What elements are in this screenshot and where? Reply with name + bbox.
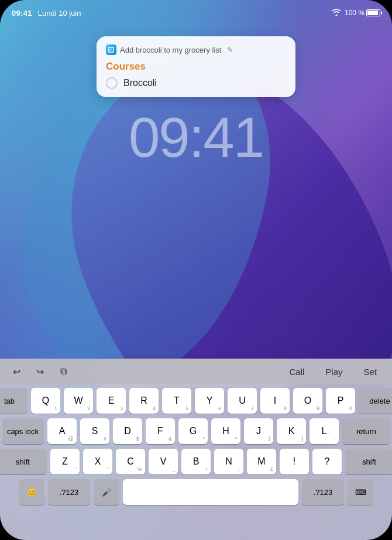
play-button[interactable]: Play	[316, 363, 352, 380]
key-Y[interactable]: Y6	[195, 388, 224, 414]
key-B[interactable]: B+	[181, 449, 211, 474]
notif-edit-icon: ✎	[227, 46, 233, 54]
key-space[interactable]	[123, 479, 298, 505]
notif-item-text: Broccoli	[123, 78, 157, 88]
key-row-1: tab Q1 W2 E3 R4 T5 Y6 U7 I8 O9 P0 delete	[2, 388, 390, 414]
set-button[interactable]: Set	[354, 363, 386, 380]
key-N[interactable]: N=	[214, 449, 243, 474]
keyboard-area: ↩ ↪ ⧉ Call Play Set tab Q1 W2 E3 R4 T5	[0, 359, 392, 540]
key-tab[interactable]: tab	[0, 388, 27, 414]
key-row-2: caps lock A@ S# D$ F& G* H^ J( K) L- ret…	[2, 418, 390, 444]
status-left: 09:41 Lundi 10 juin	[12, 9, 81, 18]
key-shift-left[interactable]: shift	[0, 449, 47, 474]
key-G[interactable]: G*	[178, 418, 208, 444]
key-question[interactable]: ?	[312, 449, 342, 474]
key-microphone[interactable]: 🎤	[94, 479, 119, 505]
keyboard-keys: tab Q1 W2 E3 R4 T5 Y6 U7 I8 O9 P0 delete…	[0, 384, 392, 507]
key-return[interactable]: return	[342, 418, 390, 444]
status-bar: 09:41 Lundi 10 juin 100 %	[0, 0, 392, 21]
key-exclaim[interactable]: !	[280, 449, 309, 474]
key-shift-right[interactable]: shift	[345, 449, 392, 474]
notif-header: Add broccoli to my grocery list ✎	[106, 44, 286, 55]
key-M[interactable]: M£	[247, 449, 276, 474]
key-U[interactable]: U7	[228, 388, 257, 414]
ipad-frame: 09:41 Lundi 10 juin 100 % 09:41	[0, 0, 392, 540]
key-delete[interactable]: delete	[359, 388, 392, 414]
key-F[interactable]: F&	[146, 418, 175, 444]
key-row-3: shift Z' X" C% V_ B+ N= M£ ! ? shift	[2, 449, 390, 474]
key-emoji[interactable]: 😊	[19, 479, 44, 505]
key-S[interactable]: S#	[80, 418, 109, 444]
key-L[interactable]: L-	[310, 418, 339, 444]
status-date: Lundi 10 juin	[38, 9, 81, 18]
key-123-right[interactable]: .?123	[302, 479, 344, 505]
battery-fill	[367, 11, 378, 15]
key-Z[interactable]: Z'	[50, 449, 80, 474]
copy-button[interactable]: ⧉	[53, 361, 74, 382]
key-A[interactable]: A@	[47, 418, 77, 444]
key-R[interactable]: R4	[129, 388, 159, 414]
key-T[interactable]: T5	[162, 388, 191, 414]
key-123-left[interactable]: .?123	[48, 479, 90, 505]
key-E[interactable]: E3	[97, 388, 126, 414]
battery-percent: 100 %	[345, 9, 365, 17]
notif-app-icon	[106, 44, 116, 55]
notif-subtitle: Add broccoli to my grocery list	[120, 46, 221, 54]
key-C[interactable]: C%	[116, 449, 145, 474]
key-P[interactable]: P0	[326, 388, 355, 414]
notif-item-row: Broccoli	[106, 77, 286, 89]
battery-container: 100 %	[345, 9, 380, 17]
battery-icon	[366, 9, 380, 16]
notif-list-title: Courses	[106, 61, 286, 73]
notif-title-row: Add broccoli to my grocery list ✎	[106, 44, 233, 55]
key-W[interactable]: W2	[64, 388, 93, 414]
key-D[interactable]: D$	[113, 418, 142, 444]
redo-button[interactable]: ↪	[29, 361, 50, 382]
key-caps-lock[interactable]: caps lock	[2, 418, 44, 444]
key-row-4: 😊 .?123 🎤 .?123 ⌨	[2, 479, 390, 505]
key-X[interactable]: X"	[83, 449, 112, 474]
keyboard-toolbar: ↩ ↪ ⧉ Call Play Set	[0, 359, 392, 384]
key-H[interactable]: H^	[211, 418, 240, 444]
undo-button[interactable]: ↩	[6, 361, 27, 382]
status-right: 100 %	[332, 8, 380, 18]
key-O[interactable]: O9	[293, 388, 322, 414]
wifi-icon	[332, 8, 341, 18]
key-Q[interactable]: Q1	[31, 388, 60, 414]
large-clock: 09:41	[129, 105, 263, 170]
key-keyboard[interactable]: ⌨	[348, 479, 373, 505]
key-V[interactable]: V_	[149, 449, 178, 474]
key-I[interactable]: I8	[260, 388, 290, 414]
status-time: 09:41	[12, 9, 32, 18]
key-J[interactable]: J(	[244, 418, 273, 444]
key-K[interactable]: K)	[277, 418, 306, 444]
notif-checkbox[interactable]	[106, 77, 118, 89]
notification-card[interactable]: Add broccoli to my grocery list ✎ Course…	[97, 36, 295, 97]
call-button[interactable]: Call	[280, 363, 314, 380]
